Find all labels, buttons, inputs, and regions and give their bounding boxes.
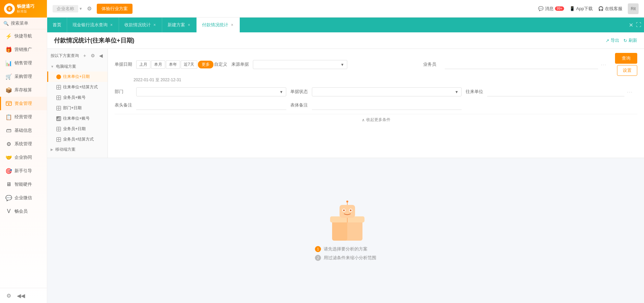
cooperation-icon: 🤝 [6, 154, 12, 160]
tab-cash-flow-close[interactable]: × [110, 23, 113, 27]
sidebar-item-label: 畅会员 [14, 208, 28, 214]
member-icon: V [6, 208, 12, 214]
collapse-bar[interactable]: ∧ 收起更多条件 [115, 114, 637, 125]
scheme-item-dept-date[interactable]: 部门+日期 [47, 103, 108, 113]
sidebar-item-operation[interactable]: 📋 经营管理 [0, 110, 47, 124]
sidebar-item-marketing[interactable]: 🎁 营销推广 [0, 43, 47, 56]
main-area: 企业名称 ▾ ⚙ 体验行业方案 💬 消息 99+ 📱 App下载 🎧 在线客服 … [47, 0, 644, 303]
footer-settings-icon[interactable]: ⚙ [5, 292, 13, 300]
sidebar-item-finance[interactable]: 资金管理 [0, 97, 47, 110]
scheme-item-icon-bar [56, 116, 61, 121]
scheme-item-unit-settle[interactable]: 往来单位+结算方式 [47, 82, 108, 92]
partner-more-icon[interactable]: ··· [627, 89, 637, 94]
sidebar-item-label: 库存核算 [14, 87, 32, 93]
query-button[interactable]: 查询 [615, 53, 637, 64]
tab-new-scheme[interactable]: 新建方案 × [162, 18, 197, 32]
sidebar-item-purchase[interactable]: 🛒 采购管理 [0, 70, 47, 83]
tab-close-all-icon[interactable]: ✕ [629, 22, 633, 28]
footer-collapse-icon[interactable]: ◀◀ [17, 292, 25, 300]
scheme-item-label: 部门+日期 [63, 105, 82, 111]
scheme-settings-button[interactable]: ⚙ [89, 52, 96, 59]
sidebar-item-cooperation[interactable]: 🤝 企业协同 [0, 151, 47, 164]
trial-btn[interactable]: 体验行业方案 [97, 4, 133, 14]
sidebar-item-label: 采购管理 [14, 73, 32, 80]
topbar: 企业名称 ▾ ⚙ 体验行业方案 💬 消息 99+ 📱 App下载 🎧 在线客服 … [47, 0, 644, 18]
purchase-icon: 🛒 [6, 73, 12, 80]
tab-expand-icon[interactable]: ⛶ [636, 22, 641, 28]
sidebar-item-label: 经营管理 [14, 114, 32, 120]
voucher-status-label: 单据状态 [290, 89, 309, 95]
dept-select[interactable]: ▾ [136, 87, 286, 96]
mobile-section-toggle[interactable]: ▶ 移动端方案 [47, 145, 108, 154]
svg-rect-18 [58, 118, 59, 120]
scheme-panel-title: 按以下方案查询 [51, 53, 79, 59]
date-btn-this-month[interactable]: 本月 [151, 60, 165, 69]
date-btn-this-year[interactable]: 本年 [166, 60, 180, 69]
sidebar-item-label: 销售管理 [14, 60, 32, 66]
scheme-panel-actions: + ⚙ ◀ [81, 52, 104, 59]
add-scheme-button[interactable]: + [81, 52, 88, 59]
scheme-item-unit-account[interactable]: 往来单位+账号 [47, 113, 108, 124]
sidebar-item-inventory[interactable]: 📦 库存核算 [0, 83, 47, 97]
sidebar-item-member[interactable]: V 畅会员 [0, 205, 47, 218]
source-select[interactable]: ▾ [253, 60, 347, 69]
tab-home[interactable]: 首页 [47, 18, 67, 32]
voucher-status-chevron: ▾ [456, 89, 458, 94]
scheme-item-icon-grid3 [56, 106, 61, 111]
brand-text: 畅捷通巧 标准版 [17, 4, 34, 14]
date-btn-7days[interactable]: 近7天 [181, 60, 197, 69]
scheme-item-staff-account[interactable]: 业务员+账号 [47, 92, 108, 103]
sidebar-item-hardware[interactable]: 🖥 智能硬件 [0, 178, 47, 191]
header-remark-input[interactable] [136, 100, 286, 110]
online-service-button[interactable]: 🎧 在线客服 [598, 6, 622, 12]
scheme-panel-header: 按以下方案查询 + ⚙ ◀ [47, 52, 108, 62]
tab-pay-stats-close[interactable]: × [230, 23, 234, 27]
company-dropdown-icon[interactable]: ▾ [80, 6, 82, 11]
sidebar-item-base-info[interactable]: 🗃 基础信息 [0, 124, 47, 137]
date-btn-more[interactable]: 更多 [198, 61, 213, 68]
scheme-item-unit-date[interactable]: 往来单位+日期 [47, 71, 108, 82]
partner-input[interactable] [487, 87, 624, 96]
refresh-button[interactable]: ↻ 刷新 [623, 37, 637, 43]
app-download-button[interactable]: 📱 App下载 [569, 6, 593, 12]
voucher-status-select[interactable]: ▾ [312, 87, 462, 96]
refresh-label: 刷新 [628, 37, 637, 43]
sidebar-item-label: 企业微信 [14, 195, 32, 201]
date-label: 单据日期 [115, 61, 134, 67]
source-filter-group: 来源单据 ▾ [231, 60, 419, 69]
scheme-item-staff-settle[interactable]: 业务员+结算方式 [47, 134, 108, 145]
export-label: 导出 [611, 37, 619, 43]
sidebar-item-quick-nav[interactable]: ⚡ 快捷导航 [0, 29, 47, 43]
tab-new-scheme-close[interactable]: × [187, 23, 191, 27]
desktop-section-toggle[interactable]: ▼ 电脑端方案 [47, 62, 108, 71]
staff-input[interactable] [445, 60, 598, 69]
source-label: 来源单据 [231, 61, 250, 67]
query-actions: 查询 设置 [615, 53, 637, 76]
scheme-item-staff-date[interactable]: 业务员+日期 [47, 124, 108, 134]
tab-pay-stats[interactable]: 付款情况统计 × [197, 18, 240, 32]
sidebar-item-guide[interactable]: 🎯 新手引导 [0, 164, 47, 178]
tab-payment-stats-close[interactable]: × [153, 23, 156, 27]
body-remark-input[interactable] [312, 100, 462, 110]
svg-point-3 [8, 103, 9, 105]
messages-button[interactable]: 💬 消息 99+ [538, 6, 564, 12]
operation-icon: 📋 [6, 114, 12, 120]
partner-filter-group: 往来单位 ··· [466, 87, 637, 96]
tab-payment-stats[interactable]: 收款情况统计 × [119, 18, 162, 32]
avatar-text: Rit [631, 6, 636, 11]
sidebar-item-system[interactable]: ⚙ 系统管理 [0, 137, 47, 151]
sidebar-item-weixin[interactable]: 💬 企业微信 [0, 191, 47, 205]
topbar-settings-button[interactable]: ⚙ [85, 4, 94, 13]
staff-more-icon[interactable]: ··· [601, 62, 611, 67]
date-btn-last-month[interactable]: 上月 [136, 60, 150, 69]
settings-button[interactable]: 设置 [617, 65, 637, 76]
sidebar: 6 畅捷通巧 标准版 🔍 搜索菜单 ⚡ 快捷导航 🎁 营销推广 📊 销售管理 🛒… [0, 0, 47, 303]
sidebar-item-sales[interactable]: 📊 销售管理 [0, 56, 47, 70]
export-button[interactable]: ↗ 导出 [606, 37, 619, 43]
search-menu[interactable]: 🔍 搜索菜单 [0, 18, 47, 29]
scheme-collapse-button[interactable]: ◀ [97, 52, 104, 59]
staff-label: 业务员 [423, 61, 442, 67]
user-avatar[interactable]: Rit [628, 3, 639, 14]
tab-cash-flow[interactable]: 现金银行流水查询 × [67, 18, 119, 32]
quick-nav-icon: ⚡ [6, 33, 12, 39]
